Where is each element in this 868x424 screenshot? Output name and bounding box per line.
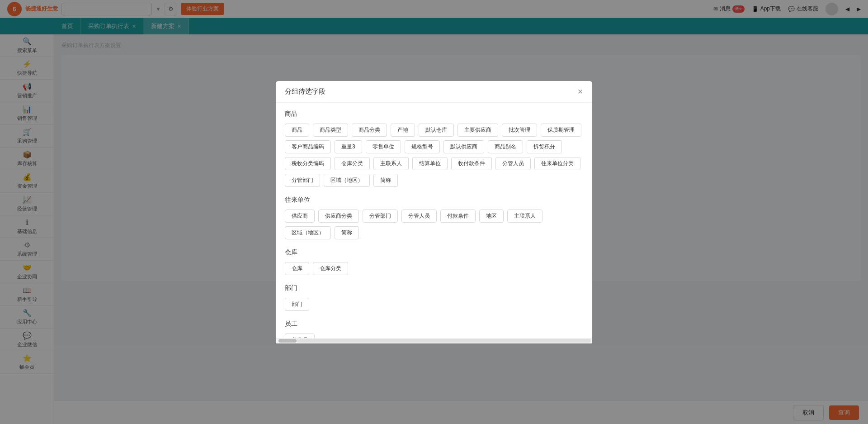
field-tag[interactable]: 分管部门 bbox=[363, 210, 398, 223]
field-tag[interactable]: 客户商品编码 bbox=[285, 140, 331, 153]
field-tag[interactable]: 默认供应商 bbox=[443, 140, 484, 153]
field-tag[interactable]: 税收分类编码 bbox=[285, 157, 331, 170]
field-tag[interactable]: 批次管理 bbox=[502, 124, 537, 137]
modal-dialog: 分组待选字段 ✕ 商品商品商品类型商品分类产地默认仓库主要供应商批次管理保质期管… bbox=[276, 81, 592, 343]
field-tag[interactable]: 仓库分类 bbox=[335, 157, 370, 170]
field-tag[interactable]: 供应商 bbox=[285, 210, 315, 223]
field-tag[interactable]: 往来单位分类 bbox=[534, 157, 580, 170]
field-tags-counterpart: 供应商供应商分类分管部门分管人员付款条件地区主联系人区域（地区）简称 bbox=[285, 210, 583, 239]
field-tag[interactable]: 商品分类 bbox=[352, 124, 387, 137]
field-section-title-counterpart: 往来单位 bbox=[285, 196, 583, 204]
field-tag[interactable]: 保质期管理 bbox=[541, 124, 581, 137]
field-tag[interactable]: 结算单位 bbox=[412, 157, 448, 170]
field-tag[interactable]: 重量3 bbox=[335, 140, 362, 153]
modal-close-button[interactable]: ✕ bbox=[577, 87, 583, 96]
field-tags-employee: 业务员 bbox=[285, 333, 583, 338]
field-section-employee: 员工业务员 bbox=[285, 320, 583, 338]
modal-horizontal-scrollbar[interactable] bbox=[276, 338, 592, 343]
field-section-title-department: 部门 bbox=[285, 284, 583, 292]
field-tag[interactable]: 主要供应商 bbox=[458, 124, 498, 137]
field-tag[interactable]: 产地 bbox=[391, 124, 415, 137]
field-section-warehouse: 仓库仓库仓库分类 bbox=[285, 248, 583, 275]
field-tag[interactable]: 分管人员 bbox=[495, 157, 531, 170]
field-section-counterpart: 往来单位供应商供应商分类分管部门分管人员付款条件地区主联系人区域（地区）简称 bbox=[285, 196, 583, 239]
field-tag[interactable]: 区域（地区） bbox=[324, 174, 370, 187]
field-tag[interactable]: 收付款条件 bbox=[451, 157, 492, 170]
field-section-department: 部门部门 bbox=[285, 284, 583, 311]
field-tag[interactable]: 业务员 bbox=[285, 333, 315, 338]
field-tag[interactable]: 仓库 bbox=[285, 262, 309, 275]
modal-header: 分组待选字段 ✕ bbox=[276, 81, 592, 103]
field-tag[interactable]: 主联系人 bbox=[373, 157, 409, 170]
field-tag[interactable]: 商品 bbox=[285, 124, 309, 137]
field-tag[interactable]: 部门 bbox=[285, 298, 309, 311]
field-tag[interactable]: 简称 bbox=[373, 174, 398, 187]
field-tag[interactable]: 区域（地区） bbox=[285, 226, 331, 239]
field-tag[interactable]: 主联系人 bbox=[507, 210, 542, 223]
modal-overlay: 分组待选字段 ✕ 商品商品商品类型商品分类产地默认仓库主要供应商批次管理保质期管… bbox=[0, 0, 868, 424]
field-tag[interactable]: 付款条件 bbox=[440, 210, 476, 223]
field-tag[interactable]: 分管人员 bbox=[401, 210, 437, 223]
field-tag[interactable]: 零售单位 bbox=[366, 140, 401, 153]
field-section-title-products: 商品 bbox=[285, 110, 583, 118]
field-tag[interactable]: 商品类型 bbox=[313, 124, 348, 137]
field-tags-department: 部门 bbox=[285, 298, 583, 311]
field-tag[interactable]: 地区 bbox=[479, 210, 504, 223]
field-tags-products: 商品商品类型商品分类产地默认仓库主要供应商批次管理保质期管理客户商品编码重量3零… bbox=[285, 124, 583, 187]
field-tag[interactable]: 仓库分类 bbox=[313, 262, 348, 275]
modal-body: 商品商品商品类型商品分类产地默认仓库主要供应商批次管理保质期管理客户商品编码重量… bbox=[276, 103, 592, 338]
modal-title: 分组待选字段 bbox=[285, 87, 326, 96]
field-tag[interactable]: 商品别名 bbox=[488, 140, 523, 153]
field-tag[interactable]: 默认仓库 bbox=[419, 124, 454, 137]
field-tag[interactable]: 规格型号 bbox=[405, 140, 440, 153]
field-tag[interactable]: 简称 bbox=[335, 226, 359, 239]
field-tag[interactable]: 拆货积分 bbox=[527, 140, 562, 153]
field-section-title-employee: 员工 bbox=[285, 320, 583, 328]
field-section-title-warehouse: 仓库 bbox=[285, 248, 583, 257]
field-tags-warehouse: 仓库仓库分类 bbox=[285, 262, 583, 275]
field-tag[interactable]: 分管部门 bbox=[285, 174, 320, 187]
field-tag[interactable]: 供应商分类 bbox=[318, 210, 359, 223]
field-section-products: 商品商品商品类型商品分类产地默认仓库主要供应商批次管理保质期管理客户商品编码重量… bbox=[285, 110, 583, 187]
